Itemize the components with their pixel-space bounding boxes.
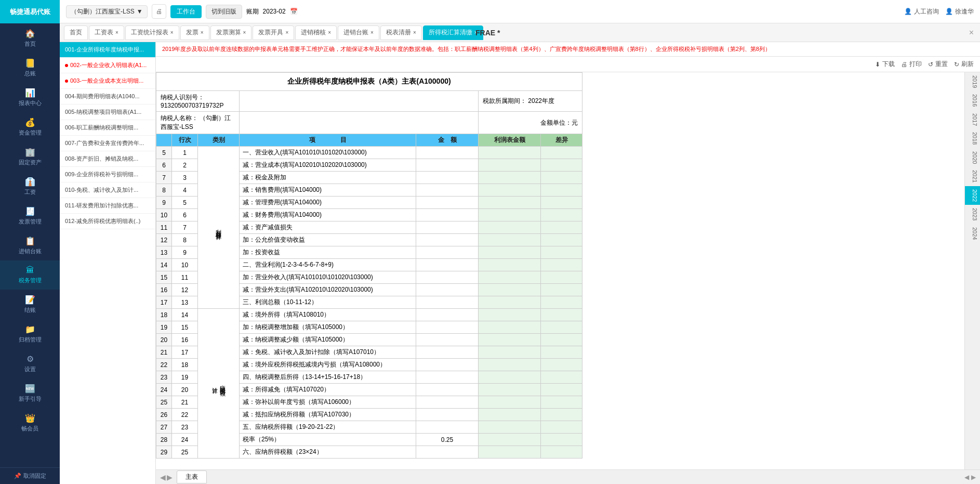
year-2020[interactable]: 2020 bbox=[965, 148, 980, 167]
sidebar-item-member[interactable]: 👑 畅会员 bbox=[0, 408, 60, 438]
tab-salary[interactable]: 工资表 × bbox=[89, 25, 124, 40]
close-tab-invoice-open[interactable]: × bbox=[285, 30, 288, 35]
list-item-008[interactable]: 008-资产折旧、摊销及纳税... bbox=[60, 151, 155, 167]
list-item-012[interactable]: 012-减免所得税优惠明细表(..) bbox=[60, 214, 155, 229]
row-idx: 15 bbox=[156, 271, 172, 284]
old-version-button[interactable]: 切到旧版 bbox=[206, 5, 242, 19]
print-button[interactable]: 🖨 打印 bbox=[901, 60, 922, 69]
workbench-button[interactable]: 工作台 bbox=[170, 5, 202, 18]
row-amount bbox=[416, 284, 479, 296]
close-tab-salary-stats[interactable]: × bbox=[170, 30, 174, 35]
list-item-006[interactable]: 006-职工薪酬纳税调整明细... bbox=[60, 120, 155, 136]
year-2019[interactable]: 2019 bbox=[965, 72, 980, 91]
scroll-right-icon[interactable]: ▶ bbox=[971, 474, 976, 481]
main-area: （勾删）江西服宝-LSS ▼ 🖨 工作台 切到旧版 账期 2023-02 📅 👤… bbox=[60, 0, 980, 484]
row-num: 17 bbox=[172, 346, 198, 359]
year-2021[interactable]: 2021 bbox=[965, 167, 980, 186]
tab-salary-stats[interactable]: 工资统计报表 × bbox=[125, 25, 179, 40]
user-profile-button[interactable]: 👤 徐逢华 bbox=[945, 7, 974, 16]
year-2016[interactable]: 2016 bbox=[965, 91, 980, 110]
sidebar-item-invoice[interactable]: 🧾 发票管理 bbox=[0, 201, 60, 231]
row-amount bbox=[416, 159, 479, 172]
sidebar-item-reports[interactable]: 📊 报表中心 bbox=[0, 83, 60, 112]
sidebar-item-guide[interactable]: 🆕 新手引导 bbox=[0, 378, 60, 408]
topbar-right: 👤 人工咨询 👤 徐逢华 bbox=[904, 7, 974, 16]
list-item-010[interactable]: 010-免税、减计收入及加计... bbox=[60, 182, 155, 198]
list-item-005[interactable]: 005-纳税调整项目明细表(A1... bbox=[60, 104, 155, 120]
row-idx: 6 bbox=[156, 159, 172, 172]
sidebar-item-sales[interactable]: 📋 进销台账 bbox=[0, 231, 60, 260]
year-2024[interactable]: 2024 bbox=[965, 224, 980, 243]
bottom-tab-main[interactable]: 主表 bbox=[177, 470, 207, 483]
list-item-004[interactable]: 004-期间费用明细表(A1040... bbox=[60, 89, 155, 104]
row-idx: 28 bbox=[156, 434, 172, 446]
sidebar-item-funds[interactable]: 💰 资金管理 bbox=[0, 112, 60, 142]
sidebar-item-label: 固定资产 bbox=[19, 159, 42, 166]
list-item-011[interactable]: 011-研发费用加计扣除优惠... bbox=[60, 198, 155, 214]
tab-sales-ledger[interactable]: 进销台账 × bbox=[338, 25, 379, 40]
app-logo: 畅捷通易代账 bbox=[0, 0, 60, 23]
tab-audit[interactable]: 进销稽核 × bbox=[295, 25, 337, 40]
sidebar-item-label: 发票管理 bbox=[19, 218, 42, 226]
prev-tab-icon[interactable]: ◀ bbox=[160, 473, 166, 481]
sidebar-item-close[interactable]: 📝 结账 bbox=[0, 290, 60, 319]
tab-invoice-open[interactable]: 发票开具 × bbox=[253, 25, 294, 40]
row-item: 减：销售费用(填写A104000) bbox=[240, 184, 416, 197]
tab-invoice[interactable]: 发票 × bbox=[180, 25, 209, 40]
tab-home[interactable]: 首页 bbox=[64, 25, 88, 40]
print-icon-btn[interactable]: 🖨 bbox=[152, 4, 166, 19]
year-2017[interactable]: 2017 bbox=[965, 110, 980, 129]
row-item: 减：税金及附加 bbox=[240, 172, 416, 184]
sidebar-item-tax[interactable]: 🏛 税务管理 bbox=[0, 260, 60, 290]
reset-button[interactable]: ↺ 重置 bbox=[928, 60, 948, 69]
sidebar-item-home[interactable]: 🏠 首页 bbox=[0, 23, 60, 53]
sidebar-item-ledger[interactable]: 📒 总账 bbox=[0, 53, 60, 83]
error-dot-002 bbox=[65, 64, 68, 67]
tab-tax-table[interactable]: 税表清册 × bbox=[380, 25, 422, 40]
tab-income-tax[interactable]: 所得税汇算清缴 × bbox=[423, 25, 483, 40]
list-item-007[interactable]: 007-广告费和业务宣传费跨年... bbox=[60, 136, 155, 151]
row-diff bbox=[541, 284, 582, 296]
cancel-pin-button[interactable]: 📌 取消固定 bbox=[0, 467, 60, 484]
close-tab-salary[interactable]: × bbox=[115, 30, 118, 35]
sidebar-item-salary[interactable]: 👔 工资 bbox=[0, 172, 60, 201]
list-item-001[interactable]: 001-企业所得税年度纳税申报... bbox=[60, 42, 155, 58]
row-diff bbox=[541, 359, 582, 371]
close-tab-tax-table[interactable]: × bbox=[413, 30, 416, 35]
close-tab-invoice[interactable]: × bbox=[201, 30, 204, 35]
close-tab-invoice-calc[interactable]: × bbox=[243, 30, 246, 35]
unit-cell: 金额单位：元 bbox=[479, 112, 582, 134]
table-row: 51利润总额计算一、营业收入(填写A101010\101020\103000) bbox=[156, 147, 582, 159]
list-item-002[interactable]: 002-一般企业收入明细表(A1... bbox=[60, 58, 155, 73]
year-2023[interactable]: 2023 bbox=[965, 205, 980, 224]
row-idx: 9 bbox=[156, 197, 172, 209]
human-service-button[interactable]: 👤 人工咨询 bbox=[904, 7, 939, 16]
company-selector[interactable]: （勾删）江西服宝-LSS ▼ bbox=[66, 5, 148, 18]
row-diff bbox=[541, 271, 582, 284]
refresh-button[interactable]: ↻ 刷新 bbox=[954, 60, 974, 69]
close-tab-audit[interactable]: × bbox=[328, 30, 331, 35]
list-item-009[interactable]: 009-企业所得税补亏损明细... bbox=[60, 167, 155, 182]
calendar-icon: 📅 bbox=[290, 8, 298, 15]
row-idx: 11 bbox=[156, 221, 172, 234]
list-item-003[interactable]: 003-一般企业成本支出明细... bbox=[60, 73, 155, 89]
close-all-tabs-button[interactable]: × bbox=[967, 28, 976, 37]
scroll-left-icon[interactable]: ◀ bbox=[964, 474, 969, 481]
row-diff bbox=[541, 396, 582, 409]
row-num: 20 bbox=[172, 384, 198, 396]
download-button[interactable]: ⬇ 下载 bbox=[875, 60, 895, 69]
year-2018[interactable]: 2018 bbox=[965, 129, 980, 148]
sidebar-item-label: 工资 bbox=[24, 188, 36, 196]
sidebar-item-archive[interactable]: 📁 归档管理 bbox=[0, 319, 60, 349]
sidebar-item-settings[interactable]: ⚙ 设置 bbox=[0, 349, 60, 378]
row-amount bbox=[416, 321, 479, 334]
next-tab-icon[interactable]: ▶ bbox=[167, 473, 173, 481]
row-num: 11 bbox=[172, 271, 198, 284]
year-2022[interactable]: 2022 bbox=[965, 186, 980, 205]
tab-invoice-calc[interactable]: 发票测算 × bbox=[210, 25, 252, 40]
sidebar-item-assets[interactable]: 🏢 固定资产 bbox=[0, 142, 60, 172]
sidebar-item-label: 畅会员 bbox=[21, 425, 38, 433]
close-tab-sales-ledger[interactable]: × bbox=[370, 30, 374, 35]
row-amount bbox=[416, 197, 479, 209]
download-label: 下载 bbox=[882, 60, 895, 69]
